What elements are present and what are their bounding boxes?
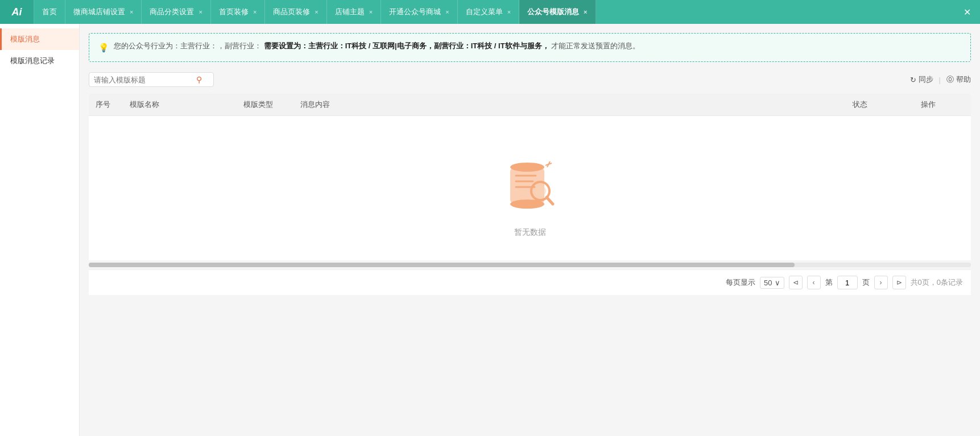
close-tab-template-msg[interactable]: × (584, 9, 587, 15)
last-page-button[interactable]: ⊳ (892, 276, 906, 289)
page-number-input[interactable] (837, 276, 858, 289)
sidebar-item-template-msg[interactable]: 模版消息 (0, 28, 79, 50)
per-page-select[interactable]: 50 ∨ (760, 277, 784, 289)
prev-page-button[interactable]: ‹ (807, 276, 821, 289)
tab-product-decor[interactable]: 商品页装修 × (265, 0, 326, 24)
data-table: 序号 模版名称 模版类型 消息内容 状态 操作 (89, 94, 971, 116)
top-navigation: Ai 首页 微商城店铺设置 × 商品分类设置 × 首页装修 × 商品页装修 × … (0, 0, 980, 24)
per-page-label: 每页显示 (726, 277, 755, 288)
sync-button[interactable]: ↻ 同步 (910, 74, 933, 85)
col-status: 状态 (846, 94, 914, 116)
empty-text: 暂无数据 (514, 227, 546, 238)
empty-state: 暂无数据 (89, 116, 971, 260)
svg-point-2 (510, 163, 544, 172)
tab-template-msg[interactable]: 公众号模版消息 × (519, 0, 596, 24)
next-page-button[interactable]: › (874, 276, 888, 289)
total-label: 共0页，0条记录 (911, 277, 963, 288)
sidebar: 模版消息 模版消息记录 (0, 24, 80, 436)
first-page-button[interactable]: ⊲ (789, 276, 803, 289)
help-button[interactable]: ⓪ 帮助 (946, 74, 971, 85)
tab-home-decor[interactable]: 首页装修 × (211, 0, 265, 24)
close-tab-open-mall[interactable]: × (445, 9, 449, 15)
close-tab-custom-menu[interactable]: × (507, 9, 511, 15)
col-index: 序号 (89, 94, 123, 116)
close-tab-store-settings[interactable]: × (130, 9, 133, 15)
global-close-button[interactable]: ✕ (954, 0, 980, 24)
tab-store-theme[interactable]: 店铺主题 × (327, 0, 381, 24)
pagination: 每页显示 50 ∨ ⊲ ‹ 第 页 › ⊳ 共0页，0条记录 (89, 269, 971, 295)
svg-line-9 (547, 197, 553, 204)
search-bar: ⚲ ↻ 同步 | ⓪ 帮助 (89, 72, 971, 87)
notice-icon: 💡 (98, 41, 109, 55)
tab-home[interactable]: 首页 (34, 0, 65, 24)
search-icon[interactable]: ⚲ (196, 75, 202, 84)
col-action: 操作 (914, 94, 971, 116)
tab-product-category[interactable]: 商品分类设置 × (142, 0, 210, 24)
col-type: 模版类型 (237, 94, 293, 116)
tab-store-settings[interactable]: 微商城店铺设置 × (65, 0, 142, 24)
search-input[interactable] (94, 76, 196, 84)
close-tab-product-category[interactable]: × (199, 9, 202, 15)
per-page-dropdown-icon: ∨ (775, 279, 780, 287)
horizontal-scrollbar[interactable] (89, 263, 971, 267)
search-input-wrap[interactable]: ⚲ (89, 72, 214, 87)
help-icon: ⓪ (946, 74, 954, 85)
empty-illustration (496, 150, 564, 218)
main-layout: 模版消息 模版消息记录 💡 您的公众号行业为：主营行业：，副营行业： 需要设置为… (0, 24, 980, 436)
col-content: 消息内容 (293, 94, 846, 116)
col-name: 模版名称 (123, 94, 237, 116)
main-content: 💡 您的公众号行业为：主营行业：，副营行业： 需要设置为：主营行业：IT科技 /… (80, 24, 980, 436)
search-actions: ↻ 同步 | ⓪ 帮助 (910, 74, 971, 85)
table-header: 序号 模版名称 模版类型 消息内容 状态 操作 (89, 94, 971, 116)
close-tab-store-theme[interactable]: × (369, 9, 373, 15)
app-logo: Ai (0, 0, 34, 24)
close-tab-product-decor[interactable]: × (315, 9, 318, 15)
notice-text: 您的公众号行业为：主营行业：，副营行业： 需要设置为：主营行业：IT科技 / 互… (114, 40, 640, 52)
scrollbar-thumb[interactable] (89, 263, 795, 267)
notice-box: 💡 您的公众号行业为：主营行业：，副营行业： 需要设置为：主营行业：IT科技 /… (89, 33, 971, 62)
svg-point-8 (535, 185, 546, 197)
sidebar-item-template-record[interactable]: 模版消息记录 (0, 50, 79, 72)
page-unit: 页 (862, 277, 870, 288)
per-page-value: 50 (764, 279, 772, 287)
close-tab-home-decor[interactable]: × (253, 9, 257, 15)
page-label: 第 (825, 277, 833, 288)
tab-custom-menu[interactable]: 自定义菜单 × (458, 0, 519, 24)
table-container: 序号 模版名称 模版类型 消息内容 状态 操作 (89, 94, 971, 269)
tab-open-mall[interactable]: 开通公众号商城 × (381, 0, 457, 24)
toolbar-divider: | (939, 76, 941, 84)
sync-icon: ↻ (910, 76, 916, 84)
